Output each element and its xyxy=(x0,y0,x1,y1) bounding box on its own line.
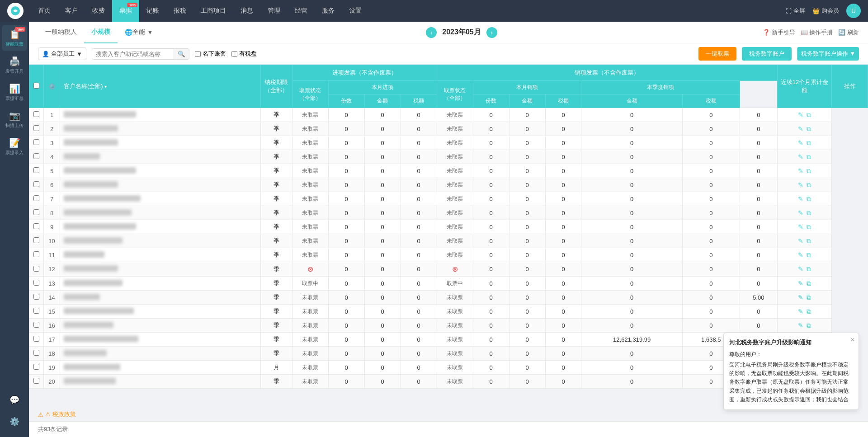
in-status[interactable]: 未取票 xyxy=(292,248,328,262)
in-status[interactable]: 未取票 xyxy=(292,375,328,389)
edit-icon[interactable]: ✎ xyxy=(798,139,803,146)
out-status[interactable]: 未取票 xyxy=(437,136,473,150)
out-status[interactable]: 未取票 xyxy=(437,164,473,178)
sidebar-item-invoice-issue[interactable]: 🖨️ 发票开具 xyxy=(2,52,27,78)
edit-icon[interactable]: ✎ xyxy=(798,280,803,287)
notification-close-button[interactable]: ✕ xyxy=(850,337,855,343)
prev-month-button[interactable]: ‹ xyxy=(426,27,437,38)
out-status[interactable]: 未取票 xyxy=(437,361,473,375)
copy-icon[interactable]: ⧉ xyxy=(807,322,811,329)
out-status[interactable]: 未取票 xyxy=(437,291,473,305)
out-status[interactable]: 未取票 xyxy=(437,333,473,347)
copy-icon[interactable]: ⧉ xyxy=(807,223,811,230)
tax-period-col-header[interactable]: 纳税期限（全部） xyxy=(260,65,292,108)
member-button[interactable]: 👑 购会员 xyxy=(812,7,839,15)
out-status[interactable]: 未取票 xyxy=(437,248,473,262)
avatar[interactable]: U xyxy=(846,4,861,18)
copy-icon[interactable]: ⧉ xyxy=(807,125,811,132)
sidebar-settings-icon[interactable]: ⚙️ xyxy=(6,414,23,430)
in-status[interactable]: 未取票 xyxy=(292,192,328,206)
in-status[interactable]: 未取票 xyxy=(292,164,328,178)
in-status[interactable]: ⊗ xyxy=(292,262,328,277)
out-status[interactable]: 未取票 xyxy=(437,122,473,136)
search-button[interactable]: 🔍 xyxy=(174,49,189,59)
sidebar-item-smart-ticket[interactable]: new 📋 智能取票 xyxy=(2,25,27,51)
row-checkbox[interactable] xyxy=(33,167,39,173)
row-checkbox[interactable] xyxy=(33,266,39,272)
out-status[interactable]: 未取票 xyxy=(437,206,473,220)
tax-digital-account-button[interactable]: 税务数字账户 xyxy=(742,47,792,61)
nav-fee[interactable]: 收费 xyxy=(85,0,112,22)
edit-icon[interactable]: ✎ xyxy=(798,322,803,329)
copy-icon[interactable]: ⧉ xyxy=(807,139,811,146)
tax-disk-checkbox[interactable] xyxy=(231,51,237,57)
nav-operation[interactable]: 经营 xyxy=(288,0,315,22)
row-checkbox[interactable] xyxy=(33,139,39,145)
in-status-col[interactable]: 取票状态（全部） xyxy=(292,81,328,108)
edit-icon[interactable]: ✎ xyxy=(798,251,803,258)
out-status-col[interactable]: 取票状态（全部） xyxy=(437,81,473,108)
row-checkbox[interactable] xyxy=(33,251,39,257)
copy-icon[interactable]: ⧉ xyxy=(807,237,811,244)
new-guide-link[interactable]: ❓ 新手引导 xyxy=(763,28,795,37)
edit-icon[interactable]: ✎ xyxy=(798,153,803,160)
row-checkbox[interactable] xyxy=(33,209,39,215)
copy-icon[interactable]: ⧉ xyxy=(807,167,811,174)
edit-icon[interactable]: ✎ xyxy=(798,223,803,230)
copy-icon[interactable]: ⧉ xyxy=(807,181,811,188)
copy-icon[interactable]: ⧉ xyxy=(807,294,811,301)
in-status[interactable]: 未取票 xyxy=(292,234,328,248)
in-status[interactable]: 取票中 xyxy=(292,277,328,291)
row-checkbox[interactable] xyxy=(33,195,39,201)
row-checkbox[interactable] xyxy=(33,111,39,117)
tab-small-scale[interactable]: 小规模 xyxy=(84,22,118,43)
sidebar-chat-icon[interactable]: 💬 xyxy=(6,392,23,408)
tab-general[interactable]: 一般纳税人 xyxy=(38,22,84,43)
next-month-button[interactable]: › xyxy=(486,27,497,38)
in-status[interactable]: 未取票 xyxy=(292,361,328,375)
checkbox-own-account[interactable]: 名下账套 xyxy=(195,50,226,58)
in-status[interactable]: 未取票 xyxy=(292,220,328,234)
row-checkbox[interactable] xyxy=(33,280,39,286)
copy-icon[interactable]: ⧉ xyxy=(807,280,811,287)
nav-home[interactable]: 首页 xyxy=(31,0,58,22)
nav-manage[interactable]: 管理 xyxy=(260,0,288,22)
out-status[interactable]: ⊗ xyxy=(437,262,473,277)
copy-icon[interactable]: ⧉ xyxy=(807,111,811,118)
out-status[interactable]: 未取票 xyxy=(437,178,473,192)
out-status[interactable]: 未取票 xyxy=(437,347,473,361)
edit-icon[interactable]: ✎ xyxy=(798,265,803,273)
in-status[interactable]: 未取票 xyxy=(292,319,328,333)
out-status[interactable]: 未取票 xyxy=(437,319,473,333)
out-status[interactable]: 未取票 xyxy=(437,375,473,389)
row-checkbox[interactable] xyxy=(33,336,39,342)
row-checkbox[interactable] xyxy=(33,153,39,159)
in-status[interactable]: 未取票 xyxy=(292,333,328,347)
fullscreen-button[interactable]: ⛶ 全屏 xyxy=(786,7,805,15)
staff-selector[interactable]: 👤 全部员工 ▼ xyxy=(38,47,86,60)
refresh-link[interactable]: 🔄 刷新 xyxy=(838,28,859,37)
edit-icon[interactable]: ✎ xyxy=(798,167,803,174)
nav-settings[interactable]: 设置 xyxy=(342,0,369,22)
copy-icon[interactable]: ⧉ xyxy=(807,153,811,160)
edit-icon[interactable]: ✎ xyxy=(798,209,803,216)
sidebar-item-ticket-entry[interactable]: 📝 票据录入 xyxy=(2,134,27,159)
out-status[interactable]: 未取票 xyxy=(437,220,473,234)
manual-link[interactable]: 📖 操作手册 xyxy=(801,28,833,37)
copy-icon[interactable]: ⧉ xyxy=(807,251,811,258)
in-status[interactable]: 未取票 xyxy=(292,305,328,319)
row-checkbox[interactable] xyxy=(33,125,39,131)
in-status[interactable]: 未取票 xyxy=(292,178,328,192)
select-all-checkbox[interactable] xyxy=(33,83,39,89)
in-status[interactable]: 未取票 xyxy=(292,136,328,150)
search-input[interactable] xyxy=(92,49,174,59)
copy-icon[interactable]: ⧉ xyxy=(807,195,811,202)
in-status[interactable]: 未取票 xyxy=(292,206,328,220)
row-checkbox[interactable] xyxy=(33,294,39,300)
nav-customer[interactable]: 客户 xyxy=(58,0,85,22)
edit-icon[interactable]: ✎ xyxy=(798,111,803,118)
row-checkbox[interactable] xyxy=(33,350,39,356)
edit-icon[interactable]: ✎ xyxy=(798,308,803,315)
row-checkbox[interactable] xyxy=(33,378,39,384)
edit-icon[interactable]: ✎ xyxy=(798,237,803,244)
